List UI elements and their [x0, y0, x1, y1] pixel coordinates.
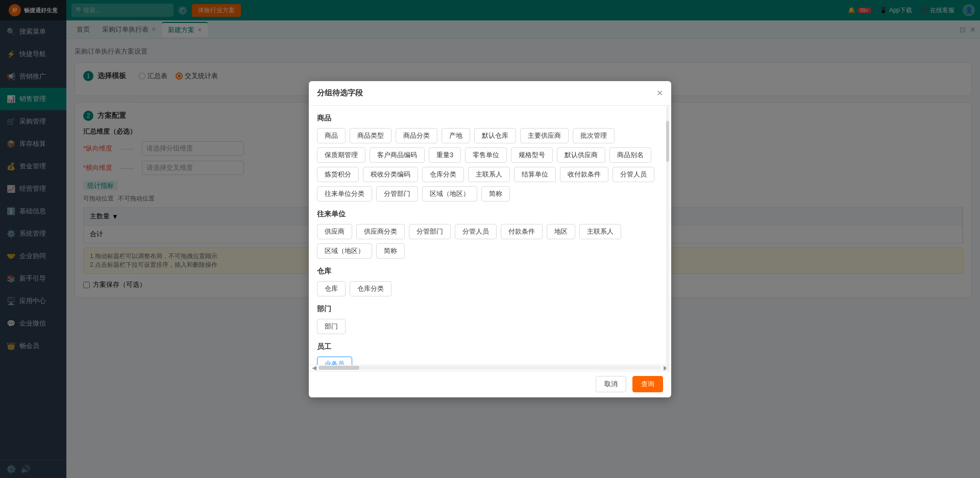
- field-group-goods-title: 商品: [317, 114, 663, 123]
- modal-close-btn[interactable]: ✕: [656, 88, 663, 98]
- field-group-employee: 员工 业务员: [317, 342, 663, 365]
- field-tag-goods-11[interactable]: 规格型号: [511, 147, 553, 163]
- field-tags-warehouse: 仓库 仓库分类: [317, 281, 663, 296]
- field-tag-goods-15[interactable]: 税收分类编码: [363, 167, 418, 182]
- field-group-warehouse-title: 仓库: [317, 267, 663, 276]
- field-tag-warehouse-1[interactable]: 仓库分类: [350, 281, 391, 296]
- field-tag-goods-7[interactable]: 保质期管理: [317, 147, 365, 163]
- modal-footer: 取消 查询: [309, 371, 671, 397]
- field-group-warehouse: 仓库 仓库 仓库分类: [317, 267, 663, 296]
- field-tag-warehouse-0[interactable]: 仓库: [317, 281, 346, 296]
- field-tag-partner-7[interactable]: 区域（地区）: [317, 243, 372, 259]
- field-group-dept-title: 部门: [317, 305, 663, 314]
- field-group-partner: 往来单位 供应商 供应商分类 分管部门 分管人员 付款条件 地区 主联系人 区域…: [317, 210, 663, 259]
- field-group-partner-title: 往来单位: [317, 210, 663, 219]
- field-tag-goods-0[interactable]: 商品: [317, 128, 346, 143]
- field-tag-partner-0[interactable]: 供应商: [317, 224, 352, 239]
- field-tag-partner-1[interactable]: 供应商分类: [356, 224, 405, 239]
- modal-vertical-scrollbar[interactable]: [666, 106, 669, 371]
- field-tag-goods-19[interactable]: 收付款条件: [560, 167, 608, 182]
- field-tag-goods-18[interactable]: 结算单位: [514, 167, 556, 182]
- field-tag-goods-23[interactable]: 区域（地区）: [422, 186, 477, 202]
- field-tag-goods-13[interactable]: 商品别名: [609, 147, 651, 163]
- field-tags-goods: 商品 商品类型 商品分类 产地 默认仓库 主要供应商 批次管理 保质期管理 客户…: [317, 128, 663, 202]
- vscroll-thumb[interactable]: [666, 121, 669, 162]
- field-tag-goods-4[interactable]: 默认仓库: [474, 128, 516, 143]
- field-tag-goods-6[interactable]: 批次管理: [573, 128, 615, 143]
- hscroll-thumb[interactable]: [318, 366, 359, 370]
- field-tags-employee: 业务员: [317, 357, 663, 365]
- field-group-dept: 部门 部门: [317, 305, 663, 334]
- field-tag-goods-2[interactable]: 商品分类: [396, 128, 437, 143]
- confirm-button[interactable]: 查询: [632, 376, 663, 392]
- field-select-modal: 分组待选字段 ✕ 商品 商品 商品类型 商品分类 产地 默认仓库 主要供应商 批…: [309, 81, 671, 397]
- field-tag-goods-12[interactable]: 默认供应商: [557, 147, 605, 163]
- field-tag-goods-9[interactable]: 重量3: [429, 147, 461, 163]
- field-tag-goods-5[interactable]: 主要供应商: [520, 128, 569, 143]
- modal-backdrop: 分组待选字段 ✕ 商品 商品 商品类型 商品分类 产地 默认仓库 主要供应商 批…: [0, 0, 980, 478]
- field-tag-partner-2[interactable]: 分管部门: [409, 224, 451, 239]
- field-tag-goods-1[interactable]: 商品类型: [350, 128, 391, 143]
- modal-body[interactable]: 商品 商品 商品类型 商品分类 产地 默认仓库 主要供应商 批次管理 保质期管理…: [309, 106, 671, 365]
- cancel-button[interactable]: 取消: [596, 376, 626, 392]
- field-tag-partner-3[interactable]: 分管人员: [455, 224, 497, 239]
- field-tag-goods-21[interactable]: 往来单位分类: [317, 186, 372, 202]
- field-tag-goods-22[interactable]: 分管部门: [376, 186, 418, 202]
- field-tags-dept: 部门: [317, 319, 663, 334]
- field-tag-goods-8[interactable]: 客户商品编码: [370, 147, 425, 163]
- field-tag-goods-14[interactable]: 炼货积分: [317, 167, 359, 182]
- modal-horizontal-scrollbar[interactable]: ◀ ▶: [309, 365, 671, 371]
- field-tag-dept-0[interactable]: 部门: [317, 319, 346, 334]
- hscroll-track[interactable]: [318, 366, 662, 370]
- field-tag-goods-20[interactable]: 分管人员: [612, 167, 654, 182]
- field-tag-goods-24[interactable]: 简称: [481, 186, 510, 202]
- field-tag-partner-5[interactable]: 地区: [547, 224, 575, 239]
- field-tag-partner-8[interactable]: 简称: [376, 243, 405, 259]
- field-tag-employee-0[interactable]: 业务员: [317, 357, 352, 365]
- field-tag-goods-3[interactable]: 产地: [442, 128, 470, 143]
- field-tag-partner-6[interactable]: 主联系人: [579, 224, 621, 239]
- field-tag-partner-4[interactable]: 付款条件: [501, 224, 543, 239]
- field-tag-goods-10[interactable]: 零售单位: [465, 147, 507, 163]
- field-group-goods: 商品 商品 商品类型 商品分类 产地 默认仓库 主要供应商 批次管理 保质期管理…: [317, 114, 663, 202]
- field-tags-partner: 供应商 供应商分类 分管部门 分管人员 付款条件 地区 主联系人 区域（地区） …: [317, 224, 663, 259]
- field-tag-goods-16[interactable]: 仓库分类: [422, 167, 464, 182]
- field-group-employee-title: 员工: [317, 342, 663, 351]
- modal-header: 分组待选字段 ✕: [309, 81, 671, 106]
- field-tag-goods-17[interactable]: 主联系人: [468, 167, 510, 182]
- modal-title: 分组待选字段: [317, 88, 363, 98]
